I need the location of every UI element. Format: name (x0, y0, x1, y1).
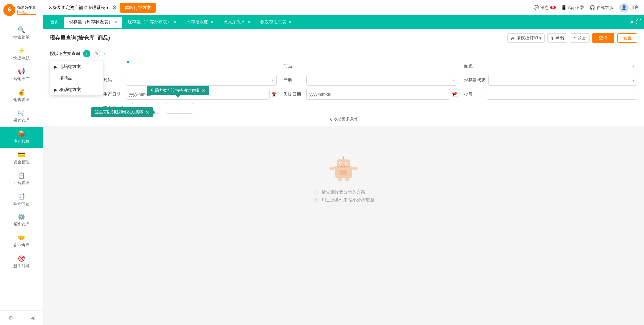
set-button[interactable]: 设置 (617, 33, 637, 43)
filter-add-btn[interactable]: + (83, 50, 90, 57)
refresh-button[interactable]: ↻ 刷新 (570, 33, 590, 43)
tab-flow-label: 出入库流水 (223, 19, 245, 25)
tab-flow[interactable]: 出入库流水 ✕ (219, 17, 255, 28)
stock-status-arrow: ▾ (633, 78, 634, 82)
print-label: 按模板打印 (516, 35, 538, 41)
sidebar-label-inventory: 库存核算 (13, 139, 30, 144)
sidebar-nav: 🔍 搜索菜单 ⚡ 快捷导航 📢 营销推广 💰 销售管理 🛒 采购管理 📦 库存核… (0, 20, 43, 310)
batch-input[interactable] (487, 89, 637, 100)
user-action[interactable]: 👤 用户 (619, 3, 639, 12)
message-action[interactable]: 💬 消息 6 (534, 5, 556, 11)
sidebar-item-system[interactable]: ⚙️ 系统管理 (0, 210, 43, 231)
tab-fullscreen-icon[interactable]: ⛶ (636, 19, 641, 25)
tab-batch[interactable]: 库存批次账 ✕ (182, 17, 218, 28)
sidebar-item-quick[interactable]: ⚡ 快捷导航 (0, 44, 43, 64)
tooltip-text-1: 电脑方案可设为移动方案哦 (151, 88, 199, 93)
tab-home[interactable]: 首页 (46, 17, 64, 28)
tip-text-2: 用过滤条件来缩小分析范围 (322, 197, 374, 203)
online-service-label: 在线客服 (596, 5, 614, 11)
filter-row-1: ··· 商品 ··· 颜色 ▾ (103, 61, 637, 71)
filter-group-color: 颜色 ▾ (464, 61, 637, 71)
sidebar-label-sales: 销售管理 (13, 97, 30, 103)
app-download-action[interactable]: 📱 App下载 (561, 5, 584, 11)
refresh-label: 刷新 (578, 35, 587, 41)
origin-label: 产地 (283, 77, 304, 83)
tab-inventory-dist-close[interactable]: ✕ (173, 20, 176, 24)
collapse-sidebar-btn[interactable]: ◀ (30, 315, 34, 321)
empty-state: 1 请先选择要分析的方案 2 用过滤条件来缩小分析范围 (43, 126, 644, 230)
filter-group-batch: 批号 (464, 89, 637, 100)
scheme-item-goods[interactable]: 按商品 (50, 72, 103, 84)
query-button[interactable]: 查询 (592, 33, 614, 43)
tab-inventory-dist[interactable]: 现存量（库存分布表） ✕ (123, 17, 181, 28)
page-title: 现存量查询(按仓库+商品) (50, 35, 110, 42)
sidebar-item-marketing[interactable]: 📢 营销推广 (0, 64, 43, 85)
tab-flow-close[interactable]: ✕ (247, 20, 250, 24)
filter-row-2: 尺码 ▾ 产地 ▾ 现存量状态 (103, 75, 637, 86)
tab-home-label: 首页 (50, 19, 59, 25)
sidebar-item-operation[interactable]: 📋 经营管理 (0, 168, 43, 189)
online-service-action[interactable]: 🎧 在线客服 (590, 5, 614, 11)
tab-inventory-status-close[interactable]: ✕ (115, 20, 118, 24)
app-badge: 标准版 (17, 10, 36, 15)
sidebar-item-basic[interactable]: 📑 基础信息 (0, 189, 43, 210)
header-left: 装备及固定资产辅助管理系统 ▾ ⚙ 体验行业方案 (48, 3, 156, 13)
sidebar-item-guide[interactable]: 🎯 新手引导 (0, 252, 43, 272)
sidebar-item-sales[interactable]: 💰 销售管理 (0, 85, 43, 106)
print-button[interactable]: 🖨 按模板打印 ▾ (507, 33, 545, 43)
handshake-icon: 🤝 (18, 234, 25, 241)
filter-back-arrow[interactable]: ←← (103, 51, 112, 56)
color-select[interactable]: ▾ (487, 61, 637, 71)
experience-button[interactable]: 体验行业方案 (120, 3, 156, 13)
size-select[interactable]: ▾ (126, 75, 277, 86)
origin-select[interactable]: ▾ (306, 75, 457, 86)
sidebar-label-marketing: 营销推广 (13, 76, 30, 82)
svg-point-5 (346, 163, 347, 164)
filter-edit-btn[interactable]: ✎ (93, 50, 100, 57)
search-icon: 🔍 (18, 26, 25, 34)
tab-inventory-status[interactable]: 现存量（库存状况表） ✕ (64, 17, 122, 28)
box-icon: 📦 (18, 130, 25, 138)
scheme-tree: ▶ 电脑端方案 按商品 ▶ 移动端方案 (50, 61, 103, 96)
page-actions: 🖨 按模板打印 ▾ ⬆ 导出 ↻ 刷新 查询 设置 (507, 33, 637, 43)
export-button[interactable]: ⬆ 导出 (547, 33, 567, 43)
clipboard-icon: 📋 (18, 172, 25, 179)
sidebar-item-search[interactable]: 🔍 搜索菜单 (0, 23, 43, 44)
scheme-arrow-mobile: ▶ (54, 87, 57, 92)
tooltip-scheme-mobile: 电脑方案可设为移动方案哦 ✕ (147, 86, 209, 95)
filter-label: 按以下方案查询 (50, 51, 80, 57)
scheme-item-pc[interactable]: ▶ 电脑端方案 (50, 61, 103, 72)
sidebar-label-search: 搜索菜单 (13, 35, 30, 40)
tooltip-1-close[interactable]: ✕ (201, 88, 205, 93)
system-name-dropdown[interactable]: 装备及固定资产辅助管理系统 ▾ (48, 5, 109, 11)
sidebar-item-finance[interactable]: 💳 资金管理 (0, 148, 43, 168)
tab-batch-close[interactable]: ✕ (210, 20, 213, 24)
export-icon: ⬆ (550, 36, 554, 41)
origin-select-arrow: ▾ (452, 78, 454, 82)
header-settings-icon[interactable]: ⚙ (112, 4, 117, 11)
tab-summary-close[interactable]: ✕ (288, 20, 291, 24)
sidebar-label-guide: 新手引导 (13, 263, 30, 269)
tab-close-all-icon[interactable]: ✕ (630, 19, 634, 25)
tab-summary[interactable]: 收发存汇总表 ✕ (256, 17, 296, 28)
stock-qty-max[interactable] (166, 103, 193, 114)
logo-icon: 6 (3, 4, 15, 16)
prod-date-start-icon[interactable]: 📅 (271, 92, 277, 97)
sidebar-item-cooperation[interactable]: 🤝 企业协同 (0, 231, 43, 252)
sidebar-item-inventory[interactable]: 📦 库存核算 (0, 127, 43, 148)
tooltip-2-close[interactable]: ✕ (145, 110, 149, 115)
settings-bottom-btn[interactable]: ⚙ (8, 315, 13, 321)
scheme-label-mobile: 移动端方案 (59, 87, 81, 93)
size-select-arrow: ▾ (272, 78, 274, 82)
headset-icon: 🎧 (590, 5, 595, 10)
empty-tips: 1 请先选择要分析的方案 2 用过滤条件来缩小分析范围 (313, 189, 374, 203)
sidebar-item-purchase[interactable]: 🛒 采购管理 (0, 106, 43, 127)
exp-date-start-icon[interactable]: 📅 (451, 92, 457, 97)
scheme-item-mobile[interactable]: ▶ 移动端方案 (50, 84, 103, 95)
exp-date-start[interactable] (306, 89, 450, 100)
sidebar-label-operation: 经营管理 (13, 180, 30, 186)
scheme-label-goods: 按商品 (59, 75, 72, 81)
tab-inventory-dist-label: 现存量（库存分布表） (128, 19, 171, 25)
collapse-arrow-icon: ∧ (329, 117, 332, 122)
stock-status-select[interactable]: ▾ (488, 75, 637, 86)
